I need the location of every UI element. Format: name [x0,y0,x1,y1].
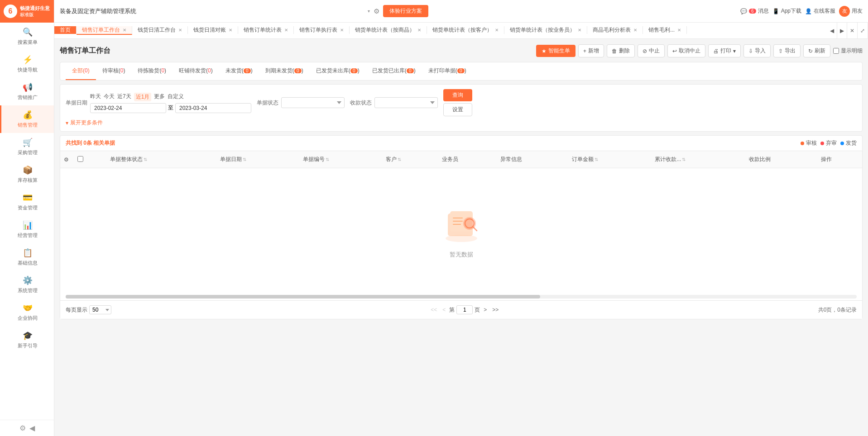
cancel-stop-button[interactable]: ↩ 取消中止 [667,44,705,57]
th-status[interactable]: 单据整体状态⇅ [106,151,216,168]
scrollbar-thumb[interactable] [66,295,540,299]
export-button[interactable]: ⇧ 导出 [773,44,801,57]
tab-close-all[interactable]: ✕ [847,23,858,38]
tab-close-3[interactable]: ✕ [229,28,232,33]
payment-select[interactable] [374,97,438,108]
tab-close-9[interactable]: ✕ [633,28,637,33]
smart-generate-button[interactable]: ★ 智能生单 [536,45,575,57]
online-service-btn[interactable]: 👤 在线客服 [805,7,835,15]
tab-2[interactable]: 钱货日清工作台✕ [132,26,188,34]
filter-tab-0[interactable]: 全部(0) [66,62,96,80]
tab-6[interactable]: 销货单统计表（按商品）✕ [350,26,427,34]
system-dropdown-arrow[interactable]: ▾ [368,9,370,14]
tab-close-7[interactable]: ✕ [495,28,499,33]
audit-action-btn[interactable]: 审核 [801,139,817,147]
app-download-btn[interactable]: 📱 App下载 [772,7,801,15]
filter-tab-8[interactable]: 未打印单据(0) [422,62,473,80]
query-button[interactable]: 查询 [443,89,472,101]
date-opt-today[interactable]: 今天 [104,93,115,101]
date-opt-yesterday[interactable]: 昨天 [90,93,101,101]
filter-tab-2[interactable]: 待拣验货(0) [131,62,173,80]
tab-close-10[interactable]: ✕ [677,28,681,33]
print-button[interactable]: 🖨 打印 ▾ [708,44,741,57]
date-opt-more[interactable]: 更多 [154,93,165,101]
filter-setting-button[interactable]: 设置 [443,103,472,116]
tab-close-6[interactable]: ✕ [417,28,421,33]
tab-1[interactable]: 销售订单工作台✕ [77,26,132,35]
tab-close-5[interactable]: ✕ [340,28,344,33]
tab-scroll-left[interactable]: ◀ [827,23,837,38]
sidebar-item-新手引导[interactable]: 🎓 新手引导 [0,326,54,354]
th-date[interactable]: 单据日期⇅ [216,151,299,168]
revoke-action-btn[interactable]: 弃审 [820,139,837,147]
date-to-input[interactable] [175,103,251,113]
tab-10[interactable]: 销售毛利...✕ [643,26,687,34]
expand-more-btn[interactable]: ▾ 展开更多条件 [66,119,857,127]
show-detail-checkbox[interactable]: 显示明细 [833,47,863,55]
filter-tab-5[interactable]: 到期未发货(0) [259,62,310,80]
sidebar-item-企业协同[interactable]: 🤝 企业协同 [0,299,54,326]
tab-9[interactable]: 商品毛利分析表✕ [587,26,643,34]
add-button[interactable]: + 新增 [578,44,604,57]
tab-scroll-right[interactable]: ▶ [837,23,847,38]
sidebar-item-营销推广[interactable]: 📢 营销推广 [0,78,54,105]
sidebar-item-库存核算[interactable]: 📦 库存核算 [0,161,54,188]
message-btn[interactable]: 💬 6 消息 [740,7,769,15]
sidebar-item-资金管理[interactable]: 💳 资金管理 [0,188,54,216]
show-detail-input[interactable] [833,48,839,54]
tab-0[interactable]: 首页 [54,26,77,34]
tab-4[interactable]: 销售订单统计表✕ [238,26,294,34]
filter-area: 单据日期 昨天 今天 近7天 近1月 更多 自定义 至 [60,84,863,132]
date-opt-7days[interactable]: 近7天 [117,93,131,101]
filter-tab-3[interactable]: 旺铺待发货(0) [173,62,219,80]
date-opt-1month[interactable]: 近1月 [134,93,152,101]
tab-close-2[interactable]: ✕ [178,28,182,33]
import-button[interactable]: ⇩ 导入 [743,44,771,57]
sidebar-icon-11: 🎓 [23,331,33,341]
settings-gear-icon[interactable]: ⚙ [374,7,379,15]
page-size-select[interactable]: 50 10 20 100 [89,305,111,314]
last-page-btn[interactable]: >> [490,306,500,314]
sidebar-item-销售管理[interactable]: 💰 销售管理 [0,105,54,133]
tab-7[interactable]: 销货单统计表（按客户）✕ [427,26,504,34]
collapse-icon[interactable]: ◀ [29,424,35,432]
tab-close-4[interactable]: ✕ [284,28,288,33]
select-all-checkbox[interactable] [77,156,83,162]
sidebar-item-基础信息[interactable]: 📋 基础信息 [0,243,54,271]
tab-3[interactable]: 钱货日清对账✕ [188,26,238,34]
tab-close-1[interactable]: ✕ [123,28,126,33]
settings-icon[interactable]: ⚙ [19,424,26,432]
first-page-btn[interactable]: << [429,306,439,314]
stop-button[interactable]: ⊘ 中止 [638,44,665,57]
filter-tab-7[interactable]: 已发货已出库(0) [366,62,422,80]
refresh-button[interactable]: ↻ 刷新 [803,44,830,57]
prev-page-btn[interactable]: < [441,306,447,314]
th-total-payment[interactable]: 累计收款...⇅ [651,151,745,168]
th-amount[interactable]: 订单金额⇅ [568,151,651,168]
filter-tab-1[interactable]: 待审核(0) [96,62,132,80]
filter-tab-4[interactable]: 未发货(0) [219,62,259,80]
sidebar-item-搜索菜单[interactable]: 🔍 搜索菜单 [0,23,54,50]
horizontal-scrollbar[interactable] [66,295,857,299]
date-opt-custom[interactable]: 自定义 [168,93,184,101]
filter-tab-6[interactable]: 已发货未出库(0) [310,62,366,80]
sidebar-item-快捷导航[interactable]: ⚡ 快捷导航 [0,50,54,78]
sidebar-item-经营管理[interactable]: 📊 经营管理 [0,216,54,243]
page-number-input[interactable] [456,305,473,314]
tab-close-8[interactable]: ✕ [578,28,581,33]
tab-8[interactable]: 销货单统计表（按业务员）✕ [504,26,587,34]
date-from-input[interactable] [90,103,166,113]
status-select[interactable] [281,97,345,108]
delete-button[interactable]: 🗑 删除 [607,44,635,57]
sidebar-item-采购管理[interactable]: 🛒 采购管理 [0,133,54,161]
tab-fullscreen[interactable]: ⤢ [858,23,868,38]
sidebar-item-系统管理[interactable]: ⚙️ 系统管理 [0,271,54,299]
column-settings-icon[interactable]: ⚙ [64,156,69,163]
experience-button[interactable]: 体验行业方案 [383,5,428,17]
tab-5[interactable]: 销售订单执行表✕ [294,26,350,34]
th-number[interactable]: 单据编号⇅ [299,151,382,168]
user-menu-btn[interactable]: 友 用友 [839,6,863,17]
ship-action-btn[interactable]: 发货 [840,139,857,147]
next-page-btn[interactable]: > [482,306,489,314]
th-customer[interactable]: 客户⇅ [382,151,438,168]
